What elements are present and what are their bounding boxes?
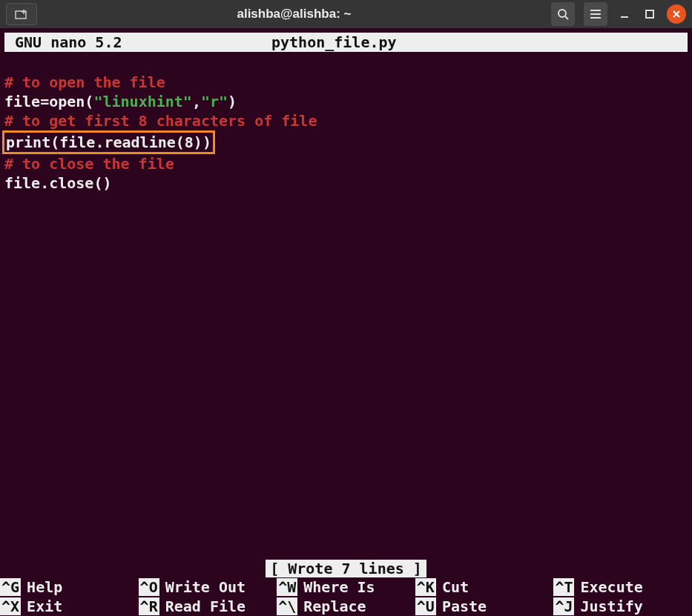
code-editor[interactable]: # to open the file file=open("linuxhint"… (4, 53, 688, 193)
shortcut-read-file: ^RRead File (139, 597, 277, 616)
nano-filename: python_file.py (271, 33, 397, 52)
search-button[interactable] (551, 2, 575, 26)
hamburger-icon (590, 9, 602, 19)
code-line: file=open("linuxhint","r") (4, 93, 237, 110)
new-tab-button[interactable] (6, 3, 37, 25)
nano-app-version: GNU nano 5.2 (4, 33, 271, 52)
code-line: # to open the file (4, 73, 165, 91)
menu-button[interactable] (584, 2, 607, 26)
nano-header-bar: GNU nano 5.2 python_file.py (4, 33, 688, 52)
maximize-icon (645, 10, 654, 19)
close-icon (672, 10, 681, 19)
shortcut-execute: ^TExecute (553, 577, 692, 597)
terminal-area[interactable]: GNU nano 5.2 python_file.py # to open th… (0, 28, 692, 616)
highlighted-line: print(file.readline(8)) (2, 130, 215, 154)
shortcut-paste: ^UPaste (415, 597, 554, 616)
minimize-icon (620, 10, 629, 19)
svg-point-3 (558, 10, 566, 17)
shortcut-write-out: ^OWrite Out (139, 577, 277, 597)
svg-rect-9 (646, 10, 653, 18)
shortcut-where-is: ^WWhere Is (277, 577, 415, 597)
nano-shortcut-bar: ^GHelp ^OWrite Out ^WWhere Is ^KCut ^TEx… (0, 577, 692, 616)
status-badge: [ Wrote 7 lines ] (266, 560, 426, 577)
shortcut-exit: ^XExit (0, 597, 139, 616)
search-icon (557, 8, 569, 20)
svg-line-4 (565, 16, 568, 19)
window-title: alishba@alishba: ~ (43, 7, 545, 21)
code-line: # to close the file (4, 155, 174, 173)
minimize-button[interactable] (616, 6, 633, 22)
maximize-button[interactable] (642, 6, 658, 22)
close-button[interactable] (667, 4, 686, 24)
code-line: file.close() (4, 174, 112, 192)
shortcut-help: ^GHelp (0, 577, 139, 597)
shortcut-cut: ^KCut (415, 577, 554, 597)
code-line: # to get first 8 characters of file (4, 112, 317, 130)
shortcut-justify: ^JJustify (553, 597, 692, 616)
nano-status-line: [ Wrote 7 lines ] (0, 560, 692, 577)
shortcut-replace: ^\Replace (277, 597, 415, 616)
window-titlebar: alishba@alishba: ~ (0, 0, 692, 28)
new-tab-icon (15, 9, 28, 19)
